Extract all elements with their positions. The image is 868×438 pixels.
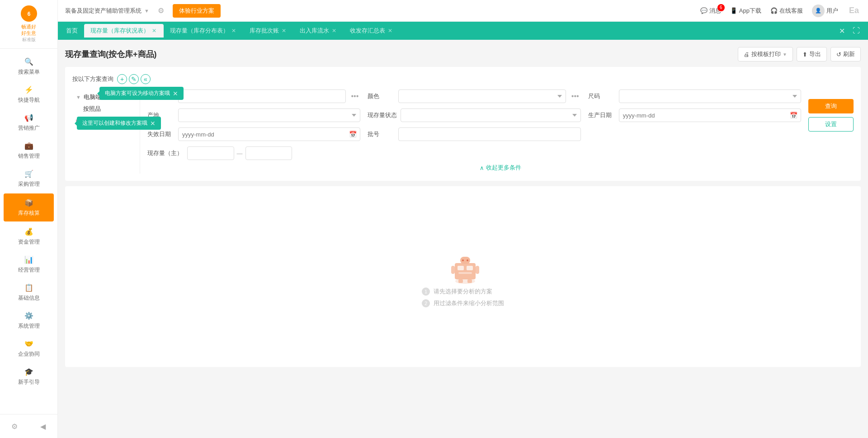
sidebar-item-search[interactable]: 🔍 搜索菜单	[0, 52, 57, 80]
color-select[interactable]	[398, 89, 566, 103]
close-tab-icon[interactable]: ✕	[387, 28, 393, 34]
color-more-icon[interactable]: •••	[570, 92, 581, 100]
page-content: 现存量查询(按仓库+商品) 🖨 按模板打印 ▼ ⬆ 导出 ↺ 刷新	[58, 40, 868, 438]
add-scheme-button[interactable]: +	[117, 74, 127, 84]
tab-close-all-button[interactable]: ✕	[835, 24, 848, 37]
product-more-icon[interactable]: •••	[349, 92, 361, 100]
system-name[interactable]: 装备及固定资产辅助管理系统 ▼	[65, 7, 149, 15]
sidebar-item-inventory[interactable]: 📦 库存核算	[4, 193, 54, 221]
page-header: 现存量查询(按仓库+商品) 🖨 按模板打印 ▼ ⬆ 导出 ↺ 刷新	[65, 47, 861, 61]
tab-inout-flow[interactable]: 出入库流水 ✕	[293, 24, 344, 38]
svg-rect-11	[476, 266, 479, 274]
origin-select[interactable]	[178, 108, 360, 122]
query-button[interactable]: 查询	[808, 99, 854, 113]
sidebar-item-shortcuts[interactable]: ⚡ 快捷导航	[0, 80, 57, 108]
tab-current-stock-distribution[interactable]: 现存量（库存分布表） ✕	[164, 24, 243, 38]
stock-main-max-input[interactable]	[245, 146, 292, 160]
stock-main-min-input[interactable]	[187, 146, 234, 160]
message-icon: 💬	[700, 7, 708, 14]
pc-scheme-arrow-icon: ▼	[76, 94, 81, 100]
newbie-icon: 🎓	[24, 367, 34, 377]
tab-inventory-batch[interactable]: 库存批次账 ✕	[243, 24, 293, 38]
purchase-icon: 🛒	[24, 169, 34, 179]
message-button[interactable]: 💬 消息 6	[700, 7, 721, 15]
collapse-bar[interactable]: ∧ 收起更多条件	[147, 160, 854, 174]
online-service-button[interactable]: 🎧 在线客服	[770, 7, 803, 15]
online-service-label: 在线客服	[779, 7, 803, 15]
sidebar-item-newbie[interactable]: 🎓 新手引导	[0, 363, 57, 391]
sidebar-item-operations[interactable]: 📊 经营管理	[0, 250, 57, 278]
print-chevron-icon: ▼	[783, 52, 787, 57]
scheme-pc-child[interactable]: 按照品	[72, 103, 134, 115]
shortcuts-icon: ⚡	[24, 85, 34, 95]
filter-color: 颜色 •••	[368, 89, 580, 103]
tab-home[interactable]: 首页	[60, 24, 84, 38]
stock-status-select[interactable]	[401, 108, 580, 122]
produce-date-input[interactable]	[619, 108, 801, 122]
svg-point-8	[462, 259, 464, 261]
marketing-icon: 📢	[24, 113, 34, 123]
industry-button[interactable]: 体验行业方案	[173, 4, 221, 18]
print-button[interactable]: 🖨 按模板打印 ▼	[738, 47, 793, 61]
sidebar-item-label: 企业协同	[18, 350, 40, 358]
app-download-button[interactable]: 📱 App下载	[730, 7, 761, 15]
sidebar-item-label: 经营管理	[18, 266, 40, 274]
tab-stock-summary[interactable]: 收发存汇总表 ✕	[344, 24, 400, 38]
sidebar-item-purchase[interactable]: 🛒 采购管理	[0, 165, 57, 193]
enterprise-icon: 🤝	[24, 339, 34, 349]
sidebar-item-enterprise[interactable]: 🤝 企业协同	[0, 334, 57, 363]
tab-current-stock-status[interactable]: 现存量（库存状况表） ✕	[84, 24, 164, 38]
close-tab-icon[interactable]: ✕	[331, 28, 337, 34]
ea-label: Ea	[847, 6, 861, 15]
sidebar-item-sales[interactable]: 💼 销售管理	[0, 137, 57, 165]
search-menu-icon: 🔍	[24, 57, 34, 67]
refresh-button[interactable]: ↺ 刷新	[830, 47, 861, 61]
product-input[interactable]	[178, 89, 346, 103]
filter-header: 按以下方案查询 + ✎ « 电脑方案可设为移动方案哦 ✕	[72, 74, 854, 84]
batch-input[interactable]	[398, 127, 580, 141]
empty-icon	[445, 246, 481, 282]
close-tab-icon[interactable]: ✕	[151, 28, 157, 34]
reset-button[interactable]: 设置	[808, 117, 854, 132]
size-select[interactable]	[619, 89, 801, 103]
tooltip-edit-close-button[interactable]: ✕	[150, 120, 156, 127]
filter-body: ▼ 电脑端方案 按照品 ▶ 移动端方案 这里可以创建和修改方案哦	[72, 89, 854, 174]
filter-produce-date: 生产日期 📅	[588, 108, 801, 122]
sidebar: 6 畅通好 好生意 标准版 🔍 搜索菜单 ⚡ 快捷导航 📢 营销推广 💼 销售管…	[0, 0, 58, 438]
sidebar-item-finance[interactable]: 💰 资金管理	[0, 222, 57, 250]
sidebar-settings-button[interactable]: ⚙	[8, 420, 21, 433]
sidebar-collapse-button[interactable]: ◀	[37, 420, 49, 433]
close-tab-icon[interactable]: ✕	[231, 28, 237, 34]
svg-rect-6	[458, 272, 472, 274]
collapse-label: 收起更多条件	[486, 164, 521, 172]
print-icon: 🖨	[744, 51, 750, 58]
produce-date-calendar-icon[interactable]: 📅	[790, 112, 797, 119]
tabbar: 首页 现存量（库存状况表） ✕ 现存量（库存分布表） ✕ 库存批次账 ✕ 出入库…	[58, 22, 868, 40]
filter-right-panel: 商品 ••• 颜色 •••	[140, 89, 854, 174]
tooltip-scheme-close-button[interactable]: ✕	[173, 90, 178, 97]
filter-stock-main: 现存量（主） —	[147, 146, 292, 160]
svg-point-9	[467, 259, 468, 261]
sidebar-item-basic-info[interactable]: 📋 基础信息	[0, 278, 57, 306]
settings-button[interactable]: ⚙	[155, 5, 167, 17]
stock-main-label: 现存量（主）	[147, 149, 184, 157]
expire-date-input[interactable]	[178, 127, 360, 141]
sidebar-item-system[interactable]: ⚙️ 系统管理	[0, 306, 57, 334]
filter-batch: 批号	[368, 127, 580, 141]
user-menu[interactable]: 👤 用户	[812, 5, 838, 17]
sidebar-item-label: 新手引导	[18, 378, 40, 386]
header-actions: 🖨 按模板打印 ▼ ⬆ 导出 ↺ 刷新	[738, 47, 861, 61]
export-button[interactable]: ⬆ 导出	[797, 47, 827, 61]
svg-rect-4	[458, 266, 464, 270]
close-tab-icon[interactable]: ✕	[281, 28, 287, 34]
filter-label: 按以下方案查询	[72, 75, 113, 83]
empty-tip-1: 1 请先选择要分析的方案	[422, 287, 504, 296]
system-name-chevron-icon: ▼	[144, 8, 149, 14]
tab-fullscreen-button[interactable]: ⛶	[850, 24, 863, 37]
message-badge: 6	[717, 4, 725, 11]
expire-date-calendar-icon[interactable]: 📅	[349, 131, 357, 138]
edit-scheme-button[interactable]: ✎	[129, 74, 139, 84]
app-download-label: App下载	[739, 7, 761, 15]
sidebar-item-marketing[interactable]: 📢 营销推广	[0, 108, 57, 137]
back-scheme-button[interactable]: «	[141, 74, 151, 84]
